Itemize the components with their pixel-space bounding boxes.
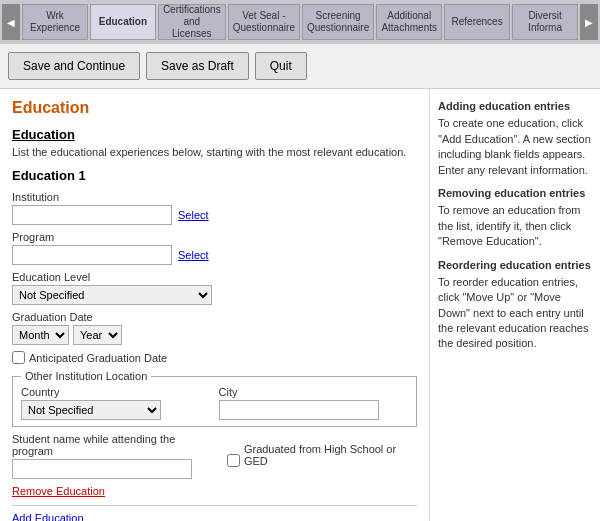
anticipated-label: Anticipated Graduation Date bbox=[29, 352, 167, 364]
other-location-legend: Other Institution Location bbox=[21, 370, 151, 382]
quit-button-top[interactable]: Quit bbox=[255, 52, 307, 80]
remove-edu-title: Removing education entries bbox=[438, 186, 592, 201]
student-name-label: Student name while attending the program bbox=[12, 433, 213, 457]
graduation-month-select[interactable]: Month bbox=[12, 325, 69, 345]
graduation-year-select[interactable]: Year bbox=[73, 325, 122, 345]
page-title: Education bbox=[12, 99, 417, 117]
graduation-date-group: Graduation Date Month Year bbox=[12, 311, 417, 345]
section-title: Education bbox=[12, 127, 417, 142]
nav-step-work[interactable]: Wrk Experience bbox=[22, 4, 88, 40]
nav-bar: ◀ Wrk Experience Education Certification… bbox=[0, 0, 600, 44]
institution-label: Institution bbox=[12, 191, 417, 203]
nav-prev-button[interactable]: ◀ bbox=[2, 4, 20, 40]
country-label: Country bbox=[21, 386, 211, 398]
education-level-select[interactable]: Not Specified bbox=[12, 285, 212, 305]
edu1-title: Education 1 bbox=[12, 168, 417, 183]
institution-row: Select bbox=[12, 205, 417, 225]
remove-edu-body: To remove an education from the list, id… bbox=[438, 203, 592, 249]
save-draft-button-top[interactable]: Save as Draft bbox=[146, 52, 249, 80]
top-toolbar: Save and Continue Save as Draft Quit bbox=[0, 44, 600, 89]
nav-step-education[interactable]: Education bbox=[90, 4, 156, 40]
anticipated-checkbox[interactable] bbox=[12, 351, 25, 364]
city-input[interactable] bbox=[219, 400, 379, 420]
institution-input[interactable] bbox=[12, 205, 172, 225]
education-level-group: Education Level Not Specified bbox=[12, 271, 417, 305]
nav-step-vet[interactable]: Vet Seal - Questionnaire bbox=[228, 4, 300, 40]
reorder-edu-body: To reorder education entries, click "Mov… bbox=[438, 275, 592, 352]
nav-step-references[interactable]: References bbox=[444, 4, 510, 40]
other-location-left: Country Not Specified bbox=[21, 386, 211, 420]
graduated-checkbox[interactable] bbox=[227, 454, 240, 467]
add-edu-body: To create one education, click "Add Educ… bbox=[438, 116, 592, 178]
graduated-group: Graduated from High School or GED bbox=[227, 443, 417, 469]
divider bbox=[12, 505, 417, 506]
student-graduated-row: Student name while attending the program… bbox=[12, 433, 417, 479]
save-continue-button-top[interactable]: Save and Continue bbox=[8, 52, 140, 80]
program-group: Program Select bbox=[12, 231, 417, 265]
other-location-fieldset: Other Institution Location Country Not S… bbox=[12, 370, 417, 427]
program-select-link[interactable]: Select bbox=[178, 249, 209, 261]
anticipated-row: Anticipated Graduation Date bbox=[12, 351, 417, 364]
graduated-label: Graduated from High School or GED bbox=[244, 443, 417, 467]
main-layout: Education Education List the educational… bbox=[0, 89, 600, 521]
graduation-date-row: Month Year bbox=[12, 325, 417, 345]
section-desc: List the educational experiences below, … bbox=[12, 146, 417, 158]
nav-step-certifications[interactable]: Certifications and Licenses bbox=[158, 4, 226, 40]
add-edu-title: Adding education entries bbox=[438, 99, 592, 114]
nav-next-button[interactable]: ▶ bbox=[580, 4, 598, 40]
add-education-link[interactable]: Add Education bbox=[12, 512, 417, 521]
program-label: Program bbox=[12, 231, 417, 243]
content-area: Education Education List the educational… bbox=[0, 89, 430, 521]
nav-step-diversity[interactable]: Diversit Informa bbox=[512, 4, 578, 40]
graduation-date-label: Graduation Date bbox=[12, 311, 417, 323]
nav-step-attachments[interactable]: Additional Attachments bbox=[376, 4, 442, 40]
other-location-right: City bbox=[219, 386, 409, 420]
education-level-label: Education Level bbox=[12, 271, 417, 283]
city-label: City bbox=[219, 386, 409, 398]
other-location-row: Country Not Specified City bbox=[21, 386, 408, 420]
institution-group: Institution Select bbox=[12, 191, 417, 225]
country-select[interactable]: Not Specified bbox=[21, 400, 161, 420]
institution-select-link[interactable]: Select bbox=[178, 209, 209, 221]
sidebar-info: Adding education entries To create one e… bbox=[430, 89, 600, 521]
program-input[interactable] bbox=[12, 245, 172, 265]
student-name-input[interactable] bbox=[12, 459, 192, 479]
reorder-edu-title: Reordering education entries bbox=[438, 258, 592, 273]
remove-education-link[interactable]: Remove Education bbox=[12, 485, 417, 497]
program-row: Select bbox=[12, 245, 417, 265]
student-name-group: Student name while attending the program bbox=[12, 433, 213, 479]
nav-step-screening[interactable]: Screening Questionnaire bbox=[302, 4, 374, 40]
